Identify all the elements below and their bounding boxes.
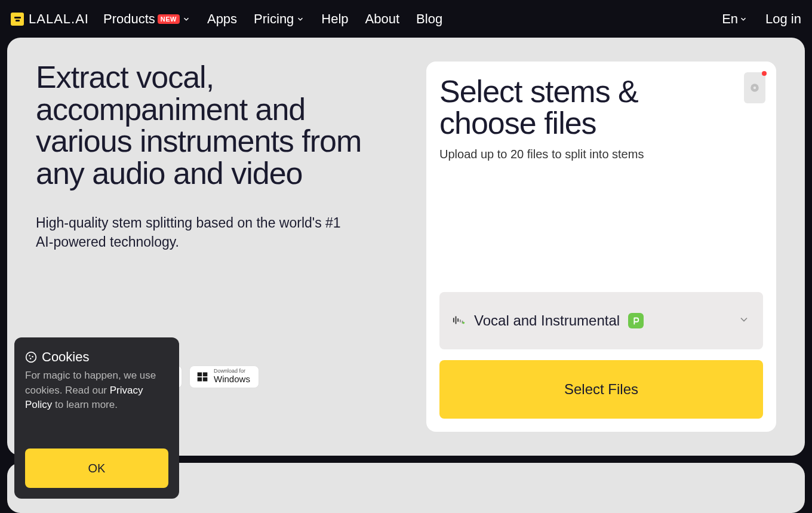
chevron-down-icon bbox=[296, 15, 304, 23]
cookie-title: Cookies bbox=[25, 349, 168, 365]
nav-about[interactable]: About bbox=[365, 11, 400, 27]
logo[interactable]: LALAL.AI bbox=[11, 11, 89, 27]
svg-rect-2 bbox=[198, 372, 202, 376]
stem-select-dropdown[interactable]: Vocal and Instrumental bbox=[439, 292, 763, 349]
gear-icon bbox=[749, 82, 760, 93]
logo-icon bbox=[11, 13, 24, 26]
windows-label: Windows bbox=[214, 374, 250, 385]
svg-rect-3 bbox=[203, 372, 208, 376]
nav-help[interactable]: Help bbox=[321, 11, 348, 27]
select-files-button[interactable]: Select Files bbox=[439, 360, 763, 419]
svg-point-14 bbox=[26, 352, 36, 363]
svg-rect-4 bbox=[198, 377, 202, 381]
svg-rect-5 bbox=[203, 377, 208, 381]
hero-heading: Extract vocal, accompaniment and various… bbox=[36, 62, 370, 189]
svg-point-15 bbox=[29, 355, 30, 357]
nav-apps[interactable]: Apps bbox=[207, 11, 237, 27]
nav-pricing[interactable]: Pricing bbox=[254, 11, 304, 27]
svg-point-16 bbox=[32, 356, 33, 358]
cookie-ok-button[interactable]: OK bbox=[25, 449, 168, 488]
download-for-label: Download for bbox=[214, 368, 250, 374]
svg-rect-10 bbox=[457, 318, 459, 322]
stem-label: Vocal and Instrumental bbox=[474, 312, 620, 329]
svg-rect-11 bbox=[460, 320, 461, 322]
nav: Products NEW Apps Pricing Help About Blo… bbox=[103, 11, 442, 27]
notification-dot-icon bbox=[762, 71, 767, 76]
settings-button[interactable] bbox=[744, 72, 765, 103]
svg-rect-9 bbox=[456, 316, 457, 324]
svg-point-13 bbox=[463, 321, 465, 324]
svg-point-17 bbox=[30, 358, 32, 360]
header: LALAL.AI Products NEW Apps Pricing Help … bbox=[0, 0, 812, 38]
login-link[interactable]: Log in bbox=[765, 11, 801, 27]
upload-title: Select stems & choose files bbox=[439, 76, 666, 139]
cookie-icon bbox=[25, 351, 37, 363]
nav-products[interactable]: Products NEW bbox=[103, 11, 190, 27]
pro-badge-icon bbox=[628, 313, 644, 328]
svg-rect-8 bbox=[453, 318, 454, 322]
header-right: En Log in bbox=[722, 11, 801, 27]
windows-icon bbox=[196, 370, 209, 383]
upload-subtitle: Upload up to 20 files to split into stem… bbox=[439, 148, 763, 161]
language-selector[interactable]: En bbox=[722, 11, 748, 27]
logo-text: LALAL.AI bbox=[29, 11, 89, 27]
chevron-down-icon bbox=[739, 15, 748, 23]
waveform-icon bbox=[453, 315, 466, 327]
nav-blog[interactable]: Blog bbox=[416, 11, 442, 27]
new-badge: NEW bbox=[158, 14, 180, 24]
upload-panel: Select stems & choose files Upload up to… bbox=[426, 62, 776, 432]
chevron-down-icon bbox=[182, 15, 190, 23]
nav-products-label: Products bbox=[103, 11, 155, 27]
chevron-down-icon bbox=[738, 314, 750, 328]
cookie-popup: Cookies For magic to happen, we use cook… bbox=[14, 337, 179, 499]
windows-badge[interactable]: Download for Windows bbox=[189, 365, 259, 388]
hero-subheading: High-quality stem splitting based on the… bbox=[36, 213, 346, 251]
cookie-body: For magic to happen, we use cookies. Rea… bbox=[25, 368, 168, 413]
svg-point-7 bbox=[753, 87, 756, 90]
